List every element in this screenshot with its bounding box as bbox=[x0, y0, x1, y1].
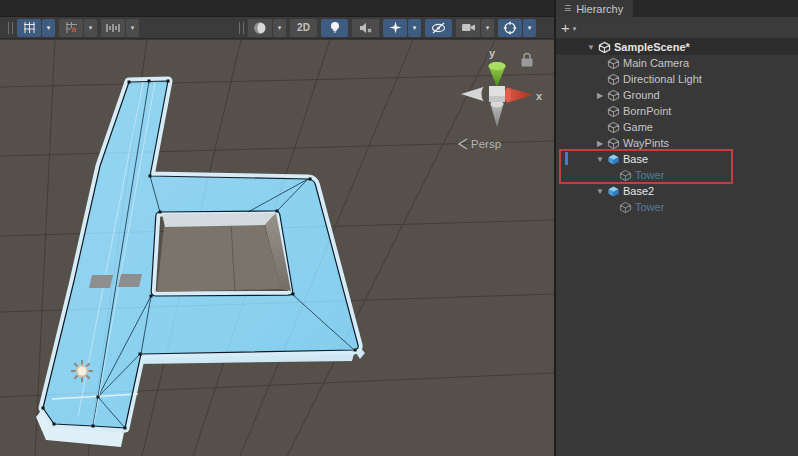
prefab-cube-icon bbox=[606, 152, 620, 166]
scene-visibility-button[interactable] bbox=[425, 19, 452, 37]
2d-toggle-button[interactable]: 2D bbox=[290, 19, 317, 37]
tab-hierarchy[interactable]: ☰ Hierarchy bbox=[556, 0, 633, 17]
speaker-muted-icon bbox=[359, 22, 373, 34]
axis-x-label: x bbox=[536, 90, 543, 102]
gizmos-toggle-button[interactable] bbox=[498, 19, 522, 37]
gameobject-cube-icon bbox=[606, 120, 620, 134]
hierarchy-item-waypints[interactable]: ▶ WayPints bbox=[556, 135, 798, 151]
camera-icon bbox=[461, 22, 476, 33]
scene-foldout-icon[interactable]: ▼ bbox=[585, 43, 597, 52]
gameobject-cube-icon bbox=[606, 104, 620, 118]
ruler-icon bbox=[106, 22, 120, 34]
snap-increment-button[interactable] bbox=[101, 19, 125, 37]
persp-chevron-icon bbox=[459, 139, 467, 149]
foldout-expanded-icon[interactable]: ▼ bbox=[594, 187, 606, 196]
gameobject-cube-icon bbox=[606, 136, 620, 150]
gameobject-cube-icon bbox=[606, 72, 620, 86]
axis-y-label: y bbox=[489, 47, 496, 59]
scene-orientation-gizmo: y x bbox=[459, 47, 543, 150]
grid-snap-icon bbox=[65, 21, 78, 34]
scene-viewport[interactable]: y x bbox=[0, 40, 554, 456]
hierarchy-item-base[interactable]: ▼ Base bbox=[556, 151, 798, 167]
draw-mode-dropdown[interactable]: ▾ bbox=[273, 19, 286, 37]
sparkle-icon bbox=[389, 21, 402, 34]
create-object-dropdown-icon[interactable]: ▾ bbox=[573, 25, 577, 33]
hierarchy-tab-icon: ☰ bbox=[564, 5, 571, 13]
gizmo-sphere-icon bbox=[503, 21, 517, 35]
toolbar-drag-handle[interactable] bbox=[8, 22, 13, 34]
hierarchy-item-base2-tower[interactable]: Tower bbox=[556, 199, 798, 215]
prefab-cube-icon bbox=[606, 184, 620, 198]
axis-x-cone[interactable] bbox=[508, 88, 533, 103]
hierarchy-item-base2[interactable]: ▼ Base2 bbox=[556, 183, 798, 199]
gizmos-dropdown[interactable]: ▾ bbox=[523, 19, 536, 37]
hierarchy-item-base-tower[interactable]: Tower bbox=[556, 167, 798, 183]
grid-visibility-button[interactable] bbox=[17, 19, 41, 37]
foldout-collapsed-icon[interactable]: ▶ bbox=[594, 139, 606, 148]
draw-mode-button[interactable] bbox=[248, 19, 272, 37]
hierarchy-item-directional-light[interactable]: Directional Light bbox=[556, 71, 798, 87]
snap-increment-dropdown[interactable]: ▾ bbox=[126, 19, 139, 37]
light-bulb-icon bbox=[329, 21, 341, 34]
hierarchy-item-game[interactable]: Game bbox=[556, 119, 798, 135]
axis-neg-x-cone[interactable] bbox=[461, 87, 485, 102]
camera-settings-button[interactable] bbox=[456, 19, 480, 37]
foldout-expanded-icon[interactable]: ▼ bbox=[594, 155, 606, 164]
hole-interior bbox=[157, 213, 291, 292]
hierarchy-toolbar: + ▾ bbox=[556, 17, 798, 39]
grid-snap-button[interactable] bbox=[59, 19, 83, 37]
lighting-toggle-button[interactable] bbox=[321, 19, 348, 37]
unity-scene-icon bbox=[597, 40, 611, 54]
eye-slash-icon bbox=[431, 22, 446, 34]
lock-icon[interactable] bbox=[522, 54, 533, 67]
gameobject-cube-icon bbox=[618, 200, 632, 214]
hierarchy-tab-label: Hierarchy bbox=[576, 3, 623, 15]
hierarchy-item-bornpoint[interactable]: BornPoint bbox=[556, 103, 798, 119]
hierarchy-item-ground[interactable]: ▶ Ground bbox=[556, 87, 798, 103]
grid-visibility-dropdown[interactable]: ▾ bbox=[42, 19, 55, 37]
scene-tab-strip bbox=[0, 0, 554, 17]
effects-toggle-button[interactable] bbox=[383, 19, 407, 37]
scene-name: SampleScene* bbox=[614, 41, 690, 53]
gameobject-cube-icon bbox=[606, 56, 620, 70]
toolbar-drag-handle-2[interactable] bbox=[239, 22, 244, 34]
grid-icon bbox=[23, 21, 36, 34]
sun-light-gizmo[interactable] bbox=[71, 360, 93, 382]
selection-indicator-bar bbox=[565, 152, 568, 165]
hierarchy-item-main-camera[interactable]: Main Camera bbox=[556, 55, 798, 71]
grid-snap-dropdown[interactable]: ▾ bbox=[84, 19, 97, 37]
scene-toolbar: ▾ ▾ bbox=[0, 17, 554, 39]
hierarchy-tree: Main Camera Directional Light ▶ Ground bbox=[556, 55, 798, 215]
effects-dropdown[interactable]: ▾ bbox=[408, 19, 421, 37]
foldout-collapsed-icon[interactable]: ▶ bbox=[594, 91, 606, 100]
hierarchy-tab-bar: ☰ Hierarchy bbox=[556, 0, 798, 17]
gameobject-cube-icon bbox=[618, 168, 632, 182]
hierarchy-panel: ☰ Hierarchy + ▾ ▼ SampleScene* bbox=[556, 0, 798, 456]
scene-view-pane: ▾ ▾ bbox=[0, 0, 554, 456]
audio-mute-button[interactable] bbox=[352, 19, 379, 37]
camera-settings-dropdown[interactable]: ▾ bbox=[481, 19, 494, 37]
unity-editor-window: ▾ ▾ bbox=[0, 0, 798, 456]
hierarchy-scene-row[interactable]: ▼ SampleScene* bbox=[556, 39, 798, 55]
shaded-sphere-icon bbox=[253, 21, 267, 35]
persp-label[interactable]: Persp bbox=[471, 138, 501, 150]
gameobject-cube-icon bbox=[606, 88, 620, 102]
create-object-button[interactable]: + bbox=[561, 20, 570, 35]
